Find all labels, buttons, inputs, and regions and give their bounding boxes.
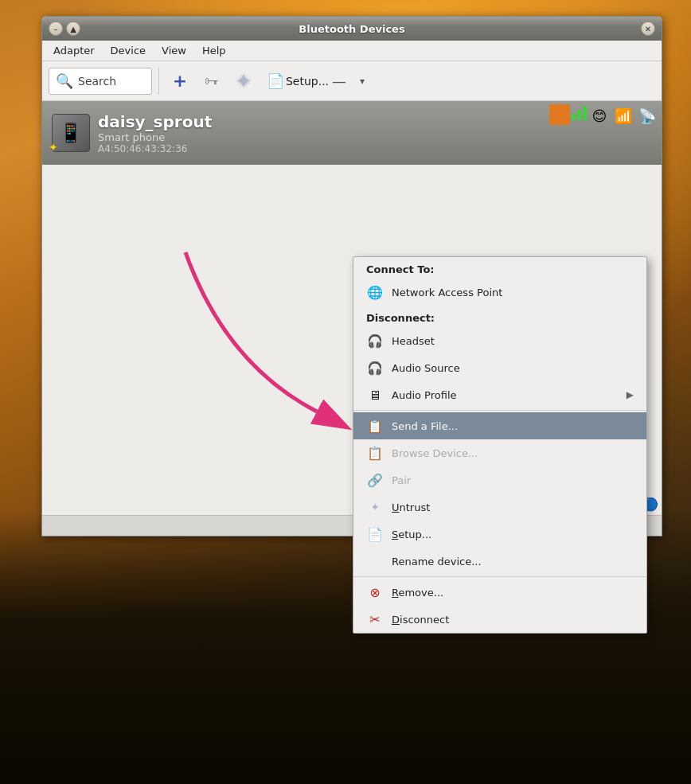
- minimize-icon: –: [54, 25, 58, 33]
- signal-bar-3: [583, 106, 587, 120]
- extra-status-icon-3: 📡: [636, 104, 658, 127]
- add-icon: +: [173, 71, 187, 91]
- phone-icon: 📱: [59, 122, 83, 144]
- network-icon: 🌐: [366, 283, 384, 301]
- ctx-item-network-access-point[interactable]: 🌐 Network Access Point: [353, 279, 646, 306]
- search-button[interactable]: 🔍 Search: [49, 68, 152, 95]
- ctx-item-remove[interactable]: ⊗ Remove...: [353, 579, 646, 606]
- toolbar: 🔍 Search + 🗝 ✦ 📄 Setup... — ▾: [42, 61, 662, 101]
- untrust-icon: ✦: [366, 498, 384, 516]
- send-file-ctx-icon: 📋: [366, 417, 384, 435]
- bluetooth-devices-window: – ▲ Bluetooth Devices ✕ Adapter Device V…: [41, 16, 662, 536]
- orange-status-icon: [549, 104, 570, 125]
- ctx-label-headset: Headset: [392, 335, 634, 347]
- window-title: Bluetooth Devices: [299, 23, 404, 35]
- window-content: 📱 ✦ daisy_sprout Smart phone A4:50:46:43…: [42, 101, 662, 515]
- maximize-button[interactable]: ▲: [66, 21, 80, 36]
- key-icon: 🗝: [205, 72, 219, 89]
- close-button[interactable]: ✕: [641, 21, 655, 36]
- device-status-icons: 😊 📶 📡: [549, 104, 658, 127]
- audio-profile-icon: 🖥: [366, 386, 384, 404]
- setup-ctx-icon: 📄: [366, 525, 384, 543]
- submenu-arrow-icon: ▶: [627, 389, 634, 400]
- minimize-button[interactable]: –: [49, 21, 63, 36]
- disconnect-section-label: Disconnect:: [353, 306, 646, 327]
- ctx-item-send-file[interactable]: 📋 Send a File...: [353, 412, 646, 439]
- device-mac: A4:50:46:43:32:36: [98, 143, 652, 154]
- ctx-item-audio-source[interactable]: 🎧 Audio Source: [353, 354, 646, 381]
- dropdown-icon: ▾: [360, 76, 365, 87]
- toolbar-separator-1: [158, 68, 159, 95]
- ctx-label-audio-source: Audio Source: [392, 362, 634, 374]
- setup-toolbar-button[interactable]: Setup...: [293, 67, 322, 96]
- add-device-button[interactable]: +: [166, 67, 194, 96]
- menu-view[interactable]: View: [157, 43, 191, 58]
- ctx-label-disconnect: Disconnect: [392, 614, 634, 626]
- ctx-item-headset[interactable]: 🎧 Headset: [353, 327, 646, 354]
- rename-icon: [366, 552, 384, 570]
- remove-icon: —: [330, 72, 349, 89]
- ctx-label-browse-device: Browse Device...: [392, 447, 634, 459]
- search-label: Search: [78, 75, 116, 88]
- ctx-item-browse-device[interactable]: 📋 Browse Device...: [353, 439, 646, 466]
- remove-toolbar-button[interactable]: —: [325, 67, 353, 96]
- signal-bar-2: [577, 110, 581, 120]
- extra-status-icon-1: 😊: [588, 104, 611, 127]
- context-menu: Connect To: 🌐 Network Access Point Disco…: [353, 256, 647, 634]
- ctx-label-network-access-point: Network Access Point: [392, 287, 634, 298]
- device-type: Smart phone: [98, 131, 652, 143]
- signal-bars: [572, 104, 587, 120]
- device-row[interactable]: 📱 ✦ daisy_sprout Smart phone A4:50:46:43…: [42, 101, 662, 165]
- toolbar-more-button[interactable]: ▾: [357, 74, 368, 88]
- device-trusted-star: ✦: [49, 141, 58, 154]
- disconnect-icon: ✂: [366, 610, 384, 628]
- menubar: Adapter Device View Help: [42, 41, 662, 61]
- ctx-item-untrust[interactable]: ✦ Untrust: [353, 493, 646, 521]
- ctx-label-setup: Setup...: [392, 529, 634, 540]
- headset-icon: 🎧: [366, 332, 384, 349]
- ctx-item-audio-profile[interactable]: 🖥 Audio Profile ▶: [353, 381, 646, 408]
- bluetooth-star-icon: ✦: [235, 69, 252, 93]
- ctx-item-disconnect[interactable]: ✂ Disconnect: [353, 606, 646, 633]
- audio-source-icon: 🎧: [366, 359, 384, 376]
- ctx-label-pair: Pair: [392, 474, 634, 486]
- remove-ctx-icon: ⊗: [366, 583, 384, 601]
- menu-device[interactable]: Device: [106, 43, 150, 58]
- ctx-label-rename: Rename device...: [392, 556, 634, 568]
- window-titlebar: – ▲ Bluetooth Devices ✕: [42, 17, 662, 41]
- send-file-icon: 📄: [267, 72, 284, 89]
- titlebar-left: – ▲: [49, 21, 80, 36]
- ctx-label-send-file: Send a File...: [392, 420, 634, 432]
- maximize-icon: ▲: [70, 25, 76, 33]
- pair-icon: 🔗: [366, 471, 384, 489]
- signal-bar-1: [572, 114, 576, 120]
- ctx-label-remove: Remove...: [392, 587, 634, 599]
- search-icon: 🔍: [56, 72, 73, 89]
- bluetooth-star-button[interactable]: ✦: [229, 67, 258, 96]
- ctx-item-setup[interactable]: 📄 Setup...: [353, 521, 646, 548]
- ctx-item-rename[interactable]: Rename device...: [353, 548, 646, 575]
- menu-adapter[interactable]: Adapter: [49, 43, 100, 58]
- browse-device-icon: 📋: [366, 444, 384, 462]
- ctx-label-untrust: Untrust: [392, 501, 634, 513]
- titlebar-buttons: ✕: [641, 21, 655, 36]
- close-icon: ✕: [645, 25, 651, 33]
- menu-help[interactable]: Help: [197, 43, 231, 58]
- ctx-item-pair[interactable]: 🔗 Pair: [353, 466, 646, 493]
- ctx-label-audio-profile: Audio Profile: [392, 389, 619, 401]
- key-button[interactable]: 🗝: [197, 67, 226, 96]
- ctx-separator-2: [353, 576, 646, 577]
- device-icon-area: 📱 ✦: [52, 114, 90, 152]
- ctx-separator-1: [353, 410, 646, 411]
- connect-to-section-label: Connect To:: [353, 257, 646, 279]
- extra-status-icon-2: 📶: [612, 104, 634, 127]
